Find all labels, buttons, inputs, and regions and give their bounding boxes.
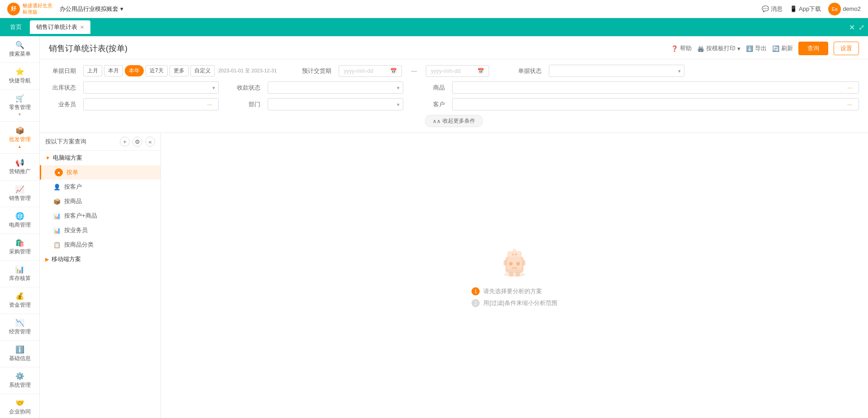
page-selector[interactable]: 办公用品行业模拟账套 ▾ — [56, 3, 127, 15]
tab-home[interactable]: 首页 — [4, 20, 28, 34]
refresh-icon: 🔄 — [772, 45, 779, 52]
scheme-group-mobile-header[interactable]: ▶ 移动端方案 — [40, 252, 160, 266]
message-button[interactable]: 💬 消息 — [762, 5, 783, 13]
doc-status-select[interactable] — [549, 65, 684, 77]
sidebar-item-marketing[interactable]: 📢 营销推广 — [0, 154, 39, 180]
payment-status-wrapper — [268, 81, 403, 94]
sidebar-item-purchase[interactable]: 🛍️ 采购管理 — [0, 234, 39, 261]
tab-maximize-icon[interactable]: ⤢ — [859, 23, 864, 32]
expected-delivery-end[interactable]: yyyy-mm-dd 📅 — [426, 65, 489, 77]
main-layout: 🔍 搜索菜单 ⭐ 快捷导航 🛒 零售管理 ▼ 📦 批发管理 ▲ 📢 营销推广 📈… — [0, 36, 868, 418]
custom-btn[interactable]: 自定义 — [190, 65, 215, 76]
scheme-settings-button[interactable]: ⚙ — [132, 137, 142, 147]
query-button[interactable]: 查询 — [798, 42, 828, 55]
page-header: 销售订单统计表(按单) ❓ 帮助 🖨️ 按模板打印 ▾ ⬇️ 导出 🔄 刷新 — [40, 36, 868, 59]
refresh-button[interactable]: 🔄 刷新 — [772, 44, 793, 52]
customer-label: 客户 — [418, 100, 445, 109]
help-icon: ❓ — [671, 45, 678, 52]
svg-point-4 — [516, 262, 520, 266]
finance-icon: 💰 — [15, 292, 24, 300]
salesperson-input[interactable]: ··· — [83, 98, 219, 110]
sidebar-item-wholesale[interactable]: 📦 批发管理 ▲ — [0, 122, 39, 154]
svg-rect-7 — [523, 260, 525, 266]
template-print-button[interactable]: 🖨️ 按模板打印 ▾ — [697, 44, 741, 52]
doc-status-label: 单据状态 — [514, 67, 542, 75]
scheme-item-by-goods[interactable]: 📦 按商品 — [40, 194, 160, 209]
date-separator: — — [409, 67, 419, 74]
triangle-down-icon: ▼ — [45, 155, 50, 161]
triangle-right-icon: ▶ — [45, 256, 49, 262]
scheme-item-by-customer[interactable]: 👤 按客户 — [40, 180, 160, 194]
goods-input[interactable]: ··· — [452, 81, 859, 94]
logo-area: 好 畅捷通好生意 标准版 — [7, 3, 52, 15]
date-buttons: 上月 本月 本年 近7天 更多 自定义 2023-01-01 至 2023-12… — [83, 65, 277, 76]
expected-delivery-start[interactable]: yyyy-mm-dd 📅 — [339, 65, 402, 77]
sidebar-item-basic[interactable]: ℹ️ 基础信息 — [0, 341, 39, 367]
sidebar-item-retail[interactable]: 🛒 零售管理 ▼ — [0, 90, 39, 122]
settings-button[interactable]: 设置 — [834, 42, 859, 55]
svg-rect-9 — [515, 272, 520, 276]
svg-rect-13 — [515, 254, 517, 256]
print-chevron-icon: ▾ — [737, 45, 741, 52]
chevron-up-icon: ▲ — [18, 144, 22, 149]
scheme-item-by-order[interactable]: ● 按单 — [40, 165, 160, 180]
tab-sales-stats[interactable]: 销售订单统计表 ✕ — [30, 20, 90, 34]
customer-input[interactable]: ··· — [452, 98, 859, 110]
last-month-btn[interactable]: 上月 — [83, 65, 102, 76]
last-7-days-btn[interactable]: 近7天 — [146, 65, 168, 76]
empty-state-illustration — [496, 244, 533, 280]
collapse-icon: ∧∧ — [433, 118, 441, 124]
goods-ellipsis[interactable]: ··· — [845, 84, 854, 91]
user-avatar[interactable]: Ea demo2 — [828, 3, 861, 15]
export-button[interactable]: ⬇️ 导出 — [746, 44, 767, 52]
sidebar-item-search-menu[interactable]: 🔍 搜索菜单 — [0, 36, 39, 63]
scheme-item-by-salesperson[interactable]: 📊 按业务员 — [40, 223, 160, 238]
more-btn[interactable]: 更多 — [170, 65, 189, 76]
tab-close-window-icon[interactable]: ✕ — [849, 23, 855, 32]
department-label: 部门 — [233, 100, 260, 109]
top-bar: 好 畅捷通好生意 标准版 办公用品行业模拟账套 ▾ 💬 消息 📱 App下载 E… — [0, 0, 868, 18]
scheme-item-by-customer-goods[interactable]: 📊 按客户+商品 — [40, 209, 160, 223]
scheme-group-desktop-header[interactable]: ▼ 电脑端方案 — [40, 151, 160, 165]
svg-rect-5 — [512, 267, 518, 268]
scheme-group-desktop: ▼ 电脑端方案 ● 按单 👤 按客户 — [40, 151, 160, 252]
tip-num-2: 2 — [472, 299, 480, 307]
logo-icon: 好 — [7, 3, 20, 15]
chevron-right-icon: ▼ — [18, 112, 22, 117]
customer-scheme-icon: 👤 — [53, 184, 61, 190]
sidebar-item-sales[interactable]: 📈 销售管理 — [0, 180, 39, 207]
print-icon: 🖨️ — [697, 45, 704, 52]
wholesale-icon: 📦 — [15, 126, 24, 135]
message-icon: 💬 — [762, 5, 769, 12]
sidebar-item-operation[interactable]: 📉 经营管理 — [0, 314, 39, 341]
enterprise-icon: 🤝 — [15, 399, 24, 407]
department-select[interactable] — [268, 98, 403, 110]
tab-close-icon[interactable]: ✕ — [80, 24, 84, 30]
this-month-btn[interactable]: 本月 — [104, 65, 123, 76]
scheme-item-by-goods-category[interactable]: 📋 按商品分类 — [40, 238, 160, 252]
two-panel: 按以下方案查询 + ⚙ « — [40, 133, 868, 418]
help-button[interactable]: ❓ 帮助 — [671, 44, 692, 52]
this-year-btn[interactable]: 本年 — [125, 65, 144, 76]
scheme-collapse-button[interactable]: « — [145, 137, 155, 147]
sidebar-item-inventory[interactable]: 📊 库存核算 — [0, 261, 39, 287]
salesperson-ellipsis[interactable]: ··· — [205, 101, 214, 108]
shipment-status-select[interactable] — [83, 81, 219, 94]
sidebar-item-quick-nav[interactable]: ⭐ 快捷导航 — [0, 63, 39, 90]
sidebar-item-system[interactable]: ⚙️ 系统管理 — [0, 367, 39, 394]
sidebar-item-finance[interactable]: 💰 资金管理 — [0, 287, 39, 314]
scheme-add-button[interactable]: + — [120, 137, 130, 147]
sidebar-item-ecommerce[interactable]: 🌐 电商管理 — [0, 207, 39, 234]
scheme-header: 按以下方案查询 + ⚙ « — [40, 133, 160, 151]
content-area: 销售订单统计表(按单) ❓ 帮助 🖨️ 按模板打印 ▾ ⬇️ 导出 🔄 刷新 — [40, 36, 868, 418]
sidebar-item-enterprise[interactable]: 🤝 企业协同 — [0, 394, 39, 418]
payment-status-select[interactable] — [268, 81, 403, 94]
collapse-button[interactable]: ∧∧ 收起更多条件 — [425, 115, 483, 127]
customer-ellipsis[interactable]: ··· — [845, 101, 854, 108]
filter-row-3: 业务员 ··· 部门 客户 ··· — [49, 98, 859, 110]
sidebar: 🔍 搜索菜单 ⭐ 快捷导航 🛒 零售管理 ▼ 📦 批发管理 ▲ 📢 营销推广 📈… — [0, 36, 40, 418]
operation-icon: 📉 — [15, 318, 24, 327]
scheme-panel: 按以下方案查询 + ⚙ « — [40, 133, 161, 418]
scheme-list: ▼ 电脑端方案 ● 按单 👤 按客户 — [40, 151, 160, 418]
app-download-button[interactable]: 📱 App下载 — [790, 5, 821, 13]
